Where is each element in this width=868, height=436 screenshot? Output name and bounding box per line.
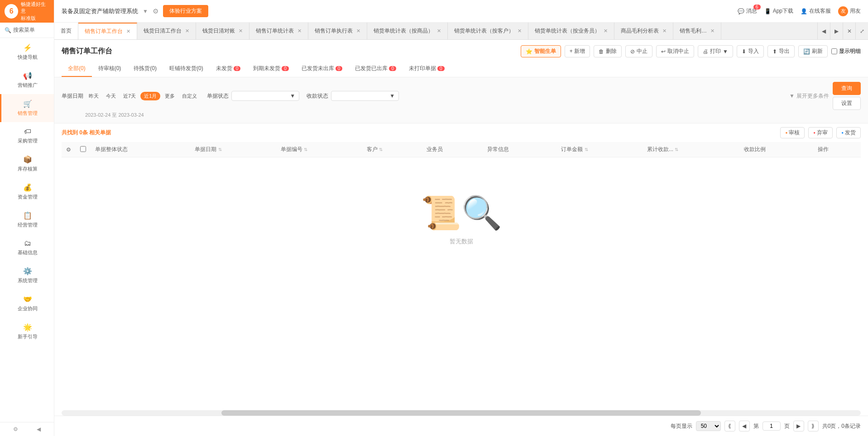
header-actions: 💬 消息 6 📱 App下载 👤 在线客服 友 用友 (738, 6, 861, 16)
sub-tab-all[interactable]: 全部(0) (62, 61, 92, 77)
scrollbar-thumb[interactable] (221, 410, 701, 416)
payment-select[interactable]: ▼ (331, 91, 399, 101)
sub-tab-pending-review[interactable]: 待审核(0) (92, 61, 128, 77)
sidebar-search[interactable]: 🔍 搜索菜单 (0, 23, 54, 38)
print-button[interactable]: 🖨 打印 ▼ (698, 45, 733, 57)
tab-scroll-left-button[interactable]: ◀ (817, 23, 830, 40)
date-btn-1month[interactable]: 近1月 (140, 92, 160, 100)
tab-close-icon[interactable]: ✕ (604, 28, 608, 34)
sub-tab-pending-pick[interactable]: 待拣货(0) (127, 61, 163, 77)
tab-gross-profit[interactable]: 商品毛利分析表 ✕ (614, 23, 673, 40)
print-icon: 🖨 (703, 48, 708, 55)
sort-icon[interactable]: ⇅ (218, 147, 222, 152)
settings-button[interactable]: 设置 (833, 97, 861, 110)
sidebar-item-inventory[interactable]: 📦 库存核算 (0, 150, 54, 178)
collapse-icon[interactable]: ◀ (37, 426, 41, 432)
tab-sales-product[interactable]: 销货单统计表（按商品） ✕ (367, 23, 448, 40)
status-select[interactable]: ▼ (231, 91, 299, 101)
tab-cash-reconcile[interactable]: 钱货日清对账 ✕ (196, 23, 249, 40)
query-button[interactable]: 查询 (833, 82, 861, 95)
sub-tab-not-shipped[interactable]: 未发货 0 (210, 61, 247, 77)
tab-close-all-button[interactable]: ✕ (843, 23, 855, 40)
show-detail-checkbox[interactable] (831, 48, 837, 54)
tab-sales-gross[interactable]: 销售毛利… ✕ (673, 23, 721, 40)
tab-sales-stats[interactable]: 销售订单统计表 ✕ (249, 23, 308, 40)
tab-close-icon[interactable]: ✕ (126, 28, 130, 34)
refresh-button[interactable]: 🔄 刷新 (798, 45, 828, 57)
delete-button[interactable]: 🗑 删除 (594, 45, 622, 57)
tab-close-icon[interactable]: ✕ (662, 28, 667, 34)
date-btn-today[interactable]: 今天 (103, 92, 119, 100)
sub-tab-not-printed[interactable]: 未打印单据 0 (403, 61, 451, 77)
tab-sales-customer[interactable]: 销货单统计表（按客户） ✕ (448, 23, 528, 40)
online-service-action[interactable]: 👤 在线客服 (801, 7, 831, 15)
tab-sales-workbench[interactable]: 销售订单工作台 ✕ (78, 23, 137, 40)
sidebar-item-finance[interactable]: 💰 资金管理 (0, 178, 54, 206)
tab-close-icon[interactable]: ✕ (297, 28, 302, 34)
page-size-select[interactable]: 20 50 100 (696, 421, 721, 431)
sidebar-item-basic[interactable]: 🗂 基础信息 (0, 234, 54, 261)
tab-sales-salesperson[interactable]: 销货单统计表（按业务员） ✕ (528, 23, 614, 40)
sub-tab-shipped-not-out[interactable]: 已发货未出库 0 (295, 61, 349, 77)
sort-icon[interactable]: ⇅ (379, 147, 383, 152)
date-btn-more[interactable]: 更多 (162, 92, 177, 100)
add-button[interactable]: + 新增 (565, 45, 590, 57)
sidebar-item-enterprise[interactable]: 🤝 企业协同 (0, 289, 54, 318)
sub-tab-wangpu-pending[interactable]: 旺铺待发货(0) (163, 61, 210, 77)
tab-close-icon[interactable]: ✕ (239, 28, 243, 34)
abandon-review-button[interactable]: ● 弃审 (808, 127, 833, 138)
date-btn-yesterday[interactable]: 昨天 (86, 92, 101, 100)
tab-home[interactable]: 首页 (54, 23, 78, 40)
industry-solution-button[interactable]: 体验行业方案 (163, 5, 208, 17)
horizontal-scrollbar[interactable] (62, 410, 861, 416)
tab-cash-daily[interactable]: 钱货日清工作台 ✕ (137, 23, 196, 40)
show-detail-label[interactable]: 显示明细 (831, 47, 861, 55)
prev-page-button[interactable]: ◀ (739, 421, 750, 431)
stop-button[interactable]: ⊘ 中止 (625, 45, 652, 57)
page-number-input[interactable] (762, 422, 781, 431)
sidebar-item-marketing[interactable]: 📢 营销推广 (0, 66, 54, 94)
select-all-checkbox[interactable] (80, 146, 86, 152)
tab-close-icon[interactable]: ✕ (185, 28, 189, 34)
sub-tab-shipped-out[interactable]: 已发货已出库 0 (349, 61, 403, 77)
sidebar-item-purchase[interactable]: 🏷 采购管理 (0, 122, 54, 150)
tab-scroll-right-button[interactable]: ▶ (830, 23, 843, 40)
basic-icon: 🗂 (24, 239, 31, 247)
tab-close-icon[interactable]: ✕ (356, 28, 360, 34)
sidebar-item-quicknav[interactable]: ⚡ 快捷导航 (0, 38, 54, 66)
cancel-stop-button[interactable]: ↩ 取消中止 (656, 45, 694, 57)
user-action[interactable]: 友 用友 (838, 6, 861, 16)
settings-gear-icon[interactable]: ⚙ (153, 7, 158, 15)
review-button[interactable]: ● 审核 (780, 127, 805, 138)
sidebar-item-system[interactable]: ⚙️ 系统管理 (0, 261, 54, 289)
sort-icon[interactable]: ⇅ (675, 147, 678, 152)
stats-count: 0条 (79, 129, 88, 136)
sidebar-item-operations[interactable]: 📋 经营管理 (0, 206, 54, 234)
app-download-action[interactable]: 📱 App下载 (764, 7, 793, 15)
export-button[interactable]: ⬆ 导出 (767, 45, 795, 57)
import-button[interactable]: ⬇ 导入 (737, 45, 764, 57)
sidebar-item-sales[interactable]: 🛒 销售管理 (0, 94, 54, 122)
sidebar-item-newbie[interactable]: 🌟 新手引导 (0, 318, 54, 346)
last-page-button[interactable]: ⟫ (808, 421, 819, 431)
dropdown-icon[interactable]: ▼ (143, 8, 148, 14)
date-btn-custom[interactable]: 自定义 (179, 92, 200, 100)
tab-close-icon[interactable]: ✕ (710, 28, 715, 34)
smart-create-button[interactable]: ⭐ 智能生单 (521, 45, 561, 57)
tab-close-icon[interactable]: ✕ (518, 28, 522, 34)
ship-button[interactable]: ● 发货 (836, 127, 861, 138)
date-btn-7days[interactable]: 近7天 (120, 92, 139, 100)
message-action[interactable]: 💬 消息 6 (738, 7, 757, 15)
settings-icon[interactable]: ⚙ (13, 426, 18, 432)
next-page-button[interactable]: ▶ (793, 421, 804, 431)
sort-icon[interactable]: ⇅ (304, 147, 307, 152)
sort-icon[interactable]: ⇅ (585, 147, 588, 152)
expand-conditions-button[interactable]: ▼ 展开更多条件 (789, 92, 829, 100)
tab-close-icon[interactable]: ✕ (437, 28, 441, 34)
date-filter: 单据日期 昨天 今天 近7天 近1月 更多 自定义 (62, 92, 200, 100)
tab-fullscreen-button[interactable]: ⤢ (855, 23, 868, 40)
tab-sales-execute[interactable]: 销售订单执行表 ✕ (308, 23, 367, 40)
first-page-button[interactable]: ⟪ (724, 421, 735, 431)
user-label: 用友 (850, 7, 861, 15)
sub-tab-overdue-not-shipped[interactable]: 到期未发货 0 (247, 61, 295, 77)
